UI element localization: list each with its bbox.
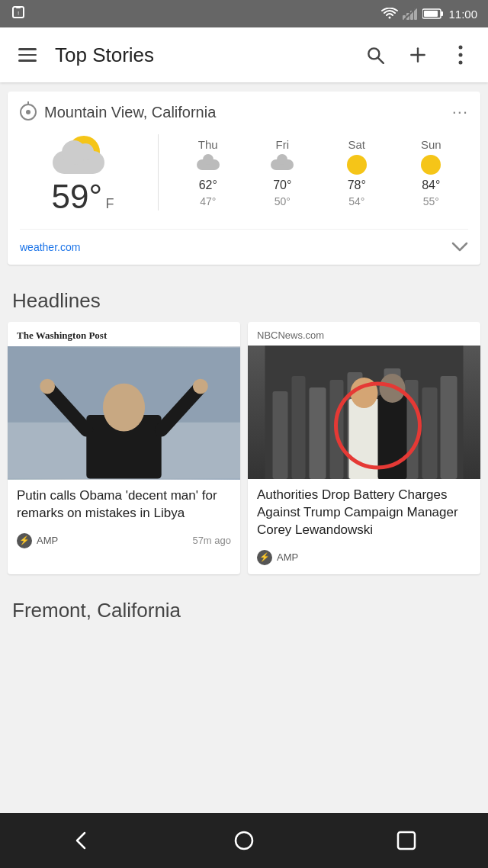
status-bar: ! 11:00 xyxy=(0,0,488,27)
news-footer-wapo: ⚡ AMP 57m ago xyxy=(8,527,240,558)
svg-rect-10 xyxy=(424,11,438,17)
svg-point-16 xyxy=(459,53,463,57)
add-button[interactable] xyxy=(403,40,433,70)
app-bar: Top Stories xyxy=(0,27,488,82)
weather-footer: weather.com xyxy=(20,229,468,265)
svg-point-17 xyxy=(459,61,463,65)
svg-point-24 xyxy=(40,379,55,394)
weather-location-row: Mountain View, California ··· xyxy=(20,102,468,122)
forecast-low: 50° xyxy=(274,195,291,207)
svg-point-21 xyxy=(103,384,145,432)
status-bar-left: ! xyxy=(11,5,26,22)
battery-icon xyxy=(422,8,444,20)
main-content: Mountain View, California ··· 59° F Thu xyxy=(0,92,488,693)
svg-rect-27 xyxy=(273,391,288,479)
chevron-down-icon[interactable] xyxy=(451,237,468,257)
forecast-day-name: Thu xyxy=(198,138,218,151)
news-card-wapo[interactable]: The Washington Post xyxy=(8,322,240,574)
amp-label-nbc: AMP xyxy=(277,551,298,563)
svg-point-15 xyxy=(459,46,463,50)
add-icon xyxy=(408,45,428,65)
partly-cloudy-icon xyxy=(53,131,114,177)
news-source-wapo: The Washington Post xyxy=(8,322,240,346)
forecast-icon-fri xyxy=(269,154,295,175)
news-title-wapo: Putin calls Obama 'decent man' for remar… xyxy=(8,480,240,527)
news-footer-nbc: ⚡ AMP xyxy=(248,544,480,574)
news-source-nbc: NBCNews.com xyxy=(248,322,480,346)
temp-unit: F xyxy=(106,196,114,211)
amp-badge-wapo: ⚡ AMP xyxy=(17,533,58,548)
back-icon xyxy=(71,830,92,851)
news-time-wapo: 57m ago xyxy=(192,535,231,546)
news-cards-row: The Washington Post xyxy=(0,322,488,583)
home-icon xyxy=(233,830,255,851)
forecast-icon-sat xyxy=(344,154,370,175)
svg-text:!: ! xyxy=(18,10,19,17)
forecast-day-name: Fri xyxy=(276,138,290,151)
forecast-sun: Sun 84° 55° xyxy=(418,138,444,207)
amp-badge-nbc: ⚡ AMP xyxy=(257,550,298,565)
forecast-thu: Thu 62° 47° xyxy=(195,138,221,207)
forecast-high: 78° xyxy=(348,178,366,192)
gps-icon xyxy=(20,104,37,121)
forecast-fri: Fri 70° 50° xyxy=(269,138,295,207)
more-options-button[interactable] xyxy=(445,40,476,70)
forecast-icon-sun xyxy=(418,154,444,175)
recents-button[interactable] xyxy=(384,818,429,863)
current-temp: 59° xyxy=(52,178,103,215)
svg-rect-35 xyxy=(422,387,438,479)
wifi-icon xyxy=(381,8,398,20)
news-title-nbc: Authorities Drop Battery Charges Against… xyxy=(248,479,480,544)
weather-divider xyxy=(158,134,159,211)
weather-main: 59° F Thu 62° 47° Fri 70° 50° xyxy=(20,131,468,223)
forecast-low: 54° xyxy=(348,195,364,207)
headlines-section-header: Headlines xyxy=(0,274,488,322)
news-image-nbc xyxy=(248,346,480,479)
svg-rect-28 xyxy=(292,376,306,479)
nbc-illustration xyxy=(248,346,480,479)
weather-forecast: Thu 62° 47° Fri 70° 50° Sat 78° 5 xyxy=(171,138,468,207)
fremont-section-header: Fremont, California xyxy=(0,583,488,632)
amp-icon-nbc: ⚡ xyxy=(257,550,272,565)
signal-icon xyxy=(403,8,418,20)
svg-rect-36 xyxy=(441,376,458,479)
search-button[interactable] xyxy=(360,40,390,70)
svg-line-12 xyxy=(378,58,384,63)
forecast-high: 70° xyxy=(273,178,291,192)
amp-label: AMP xyxy=(37,535,58,546)
search-icon xyxy=(365,45,385,65)
forecast-high: 84° xyxy=(422,178,440,192)
hamburger-icon xyxy=(18,48,37,62)
weather-more-button[interactable]: ··· xyxy=(452,102,468,122)
current-temp-display: 59° F xyxy=(52,180,114,214)
nav-bar xyxy=(0,813,488,868)
home-button[interactable] xyxy=(221,818,267,863)
weather-card[interactable]: Mountain View, California ··· 59° F Thu xyxy=(8,92,480,265)
forecast-icon-thu xyxy=(195,154,221,175)
forecast-day-name: Sun xyxy=(421,138,441,151)
svg-rect-9 xyxy=(441,11,443,16)
svg-rect-43 xyxy=(398,832,415,849)
forecast-low: 55° xyxy=(423,195,439,207)
weather-current: 59° F xyxy=(20,131,146,214)
svg-rect-1 xyxy=(16,6,21,8)
svg-point-42 xyxy=(236,832,252,849)
status-bar-right: 11:00 xyxy=(381,8,477,21)
forecast-low: 47° xyxy=(200,195,216,207)
amp-icon: ⚡ xyxy=(17,533,32,548)
svg-point-25 xyxy=(193,379,208,394)
news-card-nbc[interactable]: NBCNews.com xyxy=(248,322,480,574)
weather-location-left: Mountain View, California xyxy=(20,104,216,121)
weather-link[interactable]: weather.com xyxy=(20,241,80,253)
time-display: 11:00 xyxy=(448,8,477,21)
putin-illustration xyxy=(8,346,240,480)
weather-location: Mountain View, California xyxy=(44,104,216,121)
vertical-dots-icon xyxy=(451,45,470,65)
notification-icon: ! xyxy=(11,5,26,22)
back-button[interactable] xyxy=(59,818,104,863)
forecast-sat: Sat 78° 54° xyxy=(344,138,370,207)
menu-button[interactable] xyxy=(12,40,43,70)
forecast-day-name: Sat xyxy=(348,138,365,151)
forecast-high: 62° xyxy=(199,178,217,192)
recents-icon xyxy=(396,831,416,850)
